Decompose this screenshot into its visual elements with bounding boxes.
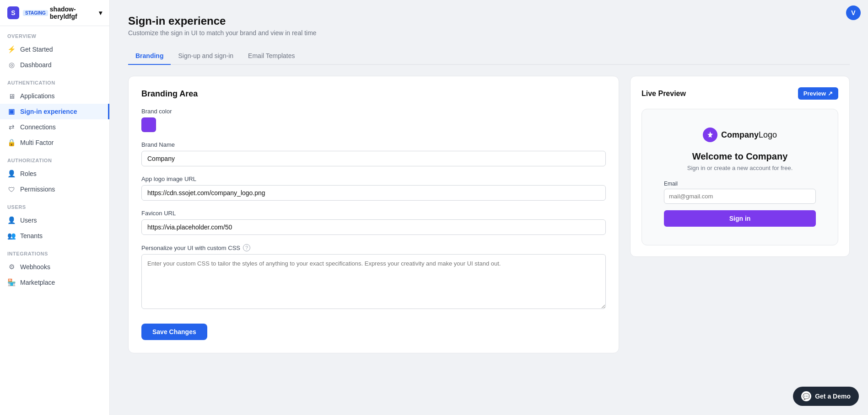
- preview-email-input[interactable]: [664, 189, 816, 204]
- section-integrations: INTEGRATIONS: [0, 244, 109, 259]
- tenant-switcher[interactable]: STAGING shadow-beryldfgf ▾: [23, 5, 102, 20]
- sidebar-item-webhooks[interactable]: ⚙ Webhooks: [0, 259, 109, 275]
- get-demo-button[interactable]: 💬 Get a Demo: [793, 387, 859, 406]
- brand-name-group: Brand Name: [141, 141, 606, 166]
- sidebar-item-label: Marketplace: [20, 279, 55, 286]
- tab-signup-signin[interactable]: Sign-up and sign-in: [171, 48, 241, 65]
- brand-name-label: Brand Name: [141, 141, 606, 148]
- custom-css-textarea[interactable]: [141, 254, 606, 309]
- preview-title: Live Preview: [642, 90, 686, 98]
- preview-logo-icon: [703, 128, 717, 142]
- get-demo-label: Get a Demo: [815, 393, 851, 400]
- preview-email-label: Email: [664, 181, 816, 187]
- webhook-icon: ⚙: [7, 263, 16, 271]
- sidebar-item-label: Sign-in experience: [20, 108, 77, 115]
- sidebar-item-connections[interactable]: ⇄ Connections: [0, 119, 109, 135]
- sidebar-item-label: Get Started: [20, 46, 53, 53]
- preview-form: Email Sign in: [664, 181, 816, 227]
- shield-icon: 🛡: [7, 185, 16, 193]
- sidebar-item-label: Dashboard: [20, 61, 52, 69]
- user-icon: 👤: [7, 216, 16, 224]
- sidebar-item-dashboard[interactable]: ◎ Dashboard: [0, 57, 109, 73]
- sidebar-item-sign-in-experience[interactable]: ▣ Sign-in experience: [0, 104, 109, 119]
- preview-tagline: Sign in or create a new account for free…: [687, 165, 793, 171]
- sidebar-item-get-started[interactable]: ⚡ Get Started: [0, 42, 109, 57]
- sidebar-logo: S: [7, 6, 19, 19]
- sidebar-item-roles[interactable]: 👤 Roles: [0, 166, 109, 181]
- favicon-group: Favicon URL: [141, 210, 606, 235]
- custom-css-label: Personalize your UI with custom CSS ?: [141, 244, 606, 251]
- staging-badge: STAGING: [23, 10, 48, 16]
- preview-button[interactable]: Preview ↗: [798, 87, 838, 100]
- section-overview: OVERVIEW: [0, 26, 109, 42]
- page-title: Sign-in experience: [128, 15, 850, 27]
- applications-icon: 🖥: [7, 92, 16, 100]
- sidebar-item-marketplace[interactable]: 🏪 Marketplace: [0, 275, 109, 290]
- section-authentication: AUTHENTICATION: [0, 73, 109, 88]
- brand-color-group: Brand color: [141, 108, 606, 132]
- content-row: Branding Area Brand color Brand Name App…: [128, 76, 850, 353]
- section-users: USERS: [0, 197, 109, 213]
- sidebar-item-label: Roles: [20, 170, 37, 177]
- preview-card: CompanyLogo Welcome to Company Sign in o…: [642, 109, 838, 245]
- avatar[interactable]: V: [846, 5, 861, 20]
- chevron-down-icon: ▾: [99, 9, 102, 16]
- sidebar-header: S STAGING shadow-beryldfgf ▾: [0, 0, 109, 26]
- custom-css-group: Personalize your UI with custom CSS ?: [141, 244, 606, 311]
- preview-button-label: Preview: [803, 90, 826, 97]
- tabs: Branding Sign-up and sign-in Email Templ…: [128, 48, 850, 65]
- sidebar-item-label: Webhooks: [20, 263, 50, 271]
- sidebar-item-tenants[interactable]: 👥 Tenants: [0, 228, 109, 244]
- dashboard-icon: ◎: [7, 61, 16, 69]
- app-logo-label: App logo image URL: [141, 176, 606, 182]
- app-logo-group: App logo image URL: [141, 176, 606, 201]
- favicon-label: Favicon URL: [141, 210, 606, 217]
- preview-header: Live Preview Preview ↗: [642, 87, 838, 100]
- external-link-icon: ↗: [828, 90, 833, 97]
- page-subtitle: Customize the sign in UI to match your b…: [128, 29, 850, 37]
- connections-icon: ⇄: [7, 123, 16, 131]
- section-authorization: AUTHORIZATION: [0, 150, 109, 166]
- sidebar-item-label: Permissions: [20, 186, 55, 193]
- brand-color-swatch[interactable]: [141, 117, 156, 132]
- sidebar-item-label: Applications: [20, 92, 55, 100]
- sidebar-item-users[interactable]: 👤 Users: [0, 213, 109, 228]
- brand-color-label: Brand color: [141, 108, 606, 115]
- sidebar-item-multi-factor[interactable]: 🔒 Multi Factor: [0, 135, 109, 150]
- app-logo-input[interactable]: [141, 185, 606, 201]
- lock-icon: 🔒: [7, 138, 16, 147]
- tenants-icon: 👥: [7, 232, 16, 240]
- favicon-input[interactable]: [141, 219, 606, 235]
- sidebar-item-label: Tenants: [20, 232, 43, 239]
- form-panel: Branding Area Brand color Brand Name App…: [128, 76, 619, 353]
- tab-email-templates[interactable]: Email Templates: [241, 48, 302, 65]
- sidebar: S STAGING shadow-beryldfgf ▾ OVERVIEW ⚡ …: [0, 0, 110, 415]
- preview-company-logo-text: CompanyLogo: [721, 130, 777, 140]
- demo-icon: 💬: [801, 391, 811, 401]
- tenant-name: shadow-beryldfgf: [50, 5, 97, 20]
- sidebar-item-applications[interactable]: 🖥 Applications: [0, 88, 109, 104]
- sidebar-item-label: Connections: [20, 123, 56, 131]
- save-changes-button[interactable]: Save Changes: [141, 324, 207, 340]
- marketplace-icon: 🏪: [7, 278, 16, 287]
- preview-panel: Live Preview Preview ↗ CompanyLogo: [630, 76, 850, 257]
- branding-section-title: Branding Area: [141, 89, 606, 99]
- roles-icon: 👤: [7, 170, 16, 178]
- sidebar-item-permissions[interactable]: 🛡 Permissions: [0, 181, 109, 197]
- help-icon[interactable]: ?: [243, 244, 250, 251]
- brand-name-input[interactable]: [141, 151, 606, 166]
- preview-logo-row: CompanyLogo: [703, 128, 777, 142]
- sidebar-item-label: Users: [20, 217, 37, 224]
- bolt-icon: ⚡: [7, 45, 16, 53]
- sign-in-icon: ▣: [7, 107, 16, 116]
- main-content: Sign-in experience Customize the sign in…: [110, 0, 868, 415]
- preview-sign-in-button[interactable]: Sign in: [664, 210, 816, 227]
- sidebar-item-label: Multi Factor: [20, 139, 54, 146]
- preview-welcome-text: Welcome to Company: [692, 151, 788, 162]
- tab-branding[interactable]: Branding: [128, 48, 171, 65]
